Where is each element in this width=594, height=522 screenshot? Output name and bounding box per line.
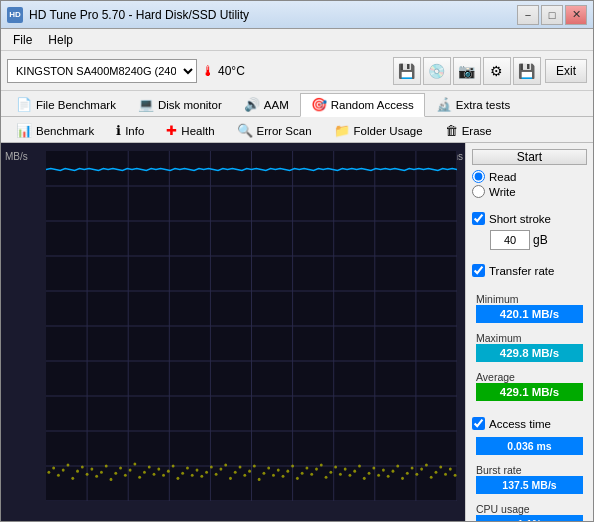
svg-point-49 <box>181 472 184 475</box>
svg-point-21 <box>47 471 50 474</box>
svg-point-80 <box>329 471 332 474</box>
svg-point-26 <box>71 477 74 480</box>
svg-point-32 <box>100 471 103 474</box>
tab-disk-monitor-label: Disk monitor <box>158 99 222 111</box>
error-scan-icon: 🔍 <box>237 123 253 138</box>
svg-point-24 <box>62 469 65 472</box>
svg-point-46 <box>167 470 170 473</box>
cpu-usage-value: 1.1% <box>476 515 583 521</box>
write-radio[interactable] <box>472 185 485 198</box>
settings-icon-btn[interactable]: ⚙ <box>483 57 511 85</box>
file-benchmark-icon: 📄 <box>16 97 32 112</box>
short-stroke-checkbox[interactable] <box>472 212 485 225</box>
menu-help[interactable]: Help <box>40 31 81 49</box>
tab-error-scan[interactable]: 🔍 Error Scan <box>226 119 323 143</box>
svg-point-83 <box>344 468 347 471</box>
svg-point-95 <box>401 477 404 480</box>
maximize-button[interactable]: □ <box>541 5 563 25</box>
transfer-rate-checkbox[interactable] <box>472 264 485 277</box>
svg-point-59 <box>229 477 232 480</box>
transfer-rate-checkbox-label[interactable]: Transfer rate <box>472 264 587 277</box>
tab-info[interactable]: ℹ Info <box>105 119 155 143</box>
info-icon: ℹ <box>116 123 121 138</box>
svg-point-31 <box>95 475 98 478</box>
svg-point-44 <box>157 468 160 471</box>
minimize-button[interactable]: − <box>517 5 539 25</box>
toolbar-icons: 💾 💿 📷 ⚙ 💾 <box>393 57 541 85</box>
burst-rate-value: 137.5 MB/s <box>476 476 583 494</box>
svg-point-90 <box>377 474 380 477</box>
svg-point-78 <box>320 463 323 466</box>
tab-extra-tests[interactable]: 🔬 Extra tests <box>425 93 521 117</box>
svg-point-53 <box>200 475 203 478</box>
start-button[interactable]: Start <box>472 149 587 165</box>
svg-point-96 <box>406 472 409 475</box>
read-radio-label[interactable]: Read <box>472 170 587 183</box>
short-stroke-checkbox-label[interactable]: Short stroke <box>472 212 587 225</box>
chart-area: MB/s ms 450 400 350 300 250 200 150 100 … <box>1 143 465 521</box>
stroke-input-row: gB <box>490 230 587 250</box>
content-area: MB/s ms 450 400 350 300 250 200 150 100 … <box>1 143 593 521</box>
svg-point-38 <box>129 469 132 472</box>
read-radio[interactable] <box>472 170 485 183</box>
tab-folder-usage[interactable]: 📁 Folder Usage <box>323 119 434 143</box>
svg-point-28 <box>81 465 84 468</box>
tab-folder-usage-label: Folder Usage <box>354 125 423 137</box>
svg-point-73 <box>296 477 299 480</box>
svg-point-85 <box>353 470 356 473</box>
save-icon-btn[interactable]: 💾 <box>513 57 541 85</box>
hdd-icon-btn[interactable]: 💾 <box>393 57 421 85</box>
svg-point-62 <box>243 474 246 477</box>
stroke-value-input[interactable] <box>490 230 530 250</box>
close-button[interactable]: ✕ <box>565 5 587 25</box>
tab-health[interactable]: ✚ Health <box>155 119 225 143</box>
side-panel: Start Read Write Short stroke gB <box>465 143 593 521</box>
tab-benchmark[interactable]: 📊 Benchmark <box>5 119 105 143</box>
svg-point-99 <box>420 468 423 471</box>
disk-selector[interactable]: KINGSTON SA400M8240G (240 gB) <box>7 59 197 83</box>
tab-random-access[interactable]: 🎯 Random Access <box>300 93 425 117</box>
write-radio-label[interactable]: Write <box>472 185 587 198</box>
tab-random-access-label: Random Access <box>331 99 414 111</box>
menu-bar: File Help <box>1 29 593 51</box>
maximum-stat: Maximum 429.8 MB/s <box>472 330 587 364</box>
svg-point-91 <box>382 469 385 472</box>
access-time-checkbox[interactable] <box>472 417 485 430</box>
svg-point-72 <box>291 464 294 467</box>
svg-point-76 <box>310 473 313 476</box>
svg-point-47 <box>172 464 175 467</box>
app-icon: HD <box>7 7 23 23</box>
svg-point-100 <box>425 463 428 466</box>
tab-disk-monitor[interactable]: 💻 Disk monitor <box>127 93 233 117</box>
tab-file-benchmark[interactable]: 📄 File Benchmark <box>5 93 127 117</box>
extra-tests-icon: 🔬 <box>436 97 452 112</box>
svg-point-88 <box>368 472 371 475</box>
svg-point-29 <box>86 473 89 476</box>
tab-erase[interactable]: 🗑 Erase <box>434 119 503 143</box>
access-time-checkbox-label[interactable]: Access time <box>472 417 587 430</box>
svg-point-94 <box>396 464 399 467</box>
svg-point-43 <box>153 473 156 476</box>
tab-aam[interactable]: 🔊 AAM <box>233 93 300 117</box>
svg-point-25 <box>67 463 70 466</box>
svg-point-55 <box>210 465 213 468</box>
main-window: HD HD Tune Pro 5.70 - Hard Disk/SSD Util… <box>0 0 594 522</box>
svg-point-51 <box>191 474 194 477</box>
svg-point-61 <box>239 465 242 468</box>
temperature-value: 40°C <box>218 64 245 78</box>
menu-file[interactable]: File <box>5 31 40 49</box>
temperature-display: 🌡 40°C <box>201 63 245 79</box>
average-value: 429.1 MB/s <box>476 383 583 401</box>
camera-icon-btn[interactable]: 📷 <box>453 57 481 85</box>
svg-point-102 <box>435 471 438 474</box>
svg-point-60 <box>234 471 237 474</box>
svg-point-69 <box>277 469 280 472</box>
y-axis-label: MB/s <box>5 151 28 162</box>
exit-button[interactable]: Exit <box>545 59 587 83</box>
disk-icon-btn[interactable]: 💿 <box>423 57 451 85</box>
chart-canvas: 450 400 350 300 250 200 150 100 50 0.45 … <box>46 151 457 501</box>
svg-point-77 <box>315 468 318 471</box>
svg-point-63 <box>248 470 251 473</box>
stroke-unit: gB <box>533 233 548 247</box>
window-title: HD Tune Pro 5.70 - Hard Disk/SSD Utility <box>29 8 517 22</box>
